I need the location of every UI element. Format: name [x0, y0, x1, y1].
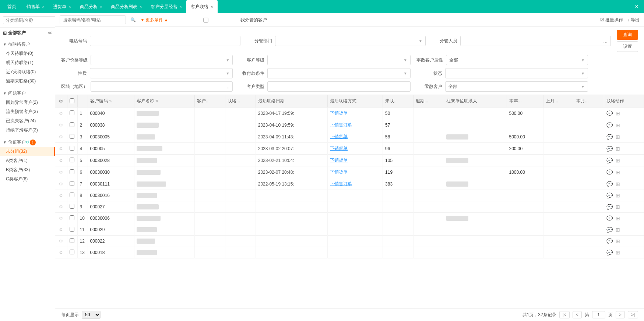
- last-method-link-3[interactable]: 下销货单: [330, 146, 348, 151]
- cell-last-method-6[interactable]: 下销售订单: [328, 178, 383, 190]
- grid-action-icon-6[interactable]: ⊞: [616, 181, 620, 187]
- tab-goods-analysis-close[interactable]: ×: [100, 4, 102, 9]
- cell-check-5[interactable]: [67, 166, 77, 178]
- nature-input[interactable]: ▼: [90, 68, 233, 78]
- col-contact[interactable]: 联络...: [225, 95, 256, 107]
- sidebar-item-declining[interactable]: 持续下滑客户(2): [0, 126, 55, 135]
- nav-tab-customer-tier[interactable]: 客户分层经营 ×: [147, 0, 186, 13]
- search-input[interactable]: [60, 15, 126, 24]
- tab-customer-contact-close[interactable]: ×: [211, 4, 213, 9]
- cell-last-method-1[interactable]: 下销售订单: [328, 119, 383, 131]
- row-checkbox-5[interactable]: [70, 169, 74, 174]
- chat-icon-10[interactable]: 💬: [606, 227, 613, 233]
- row-checkbox-7[interactable]: [70, 193, 74, 197]
- my-customers-checkbox[interactable]: 我分管的客户: [173, 17, 267, 23]
- my-customers-check[interactable]: [173, 18, 239, 22]
- nav-tab-sales[interactable]: 销售单 ×: [22, 0, 49, 13]
- col-this-year[interactable]: 本年...: [507, 95, 543, 107]
- tab-goods-analysis-list-close[interactable]: ×: [140, 4, 142, 9]
- grid-action-icon-10[interactable]: ⊞: [616, 227, 620, 233]
- col-company-contact[interactable]: 往来单位联系人: [444, 95, 507, 107]
- payment-input[interactable]: ▼: [267, 68, 410, 78]
- nav-tab-goods-analysis[interactable]: 商品分析 ×: [75, 0, 106, 13]
- sidebar-item-churn-warning[interactable]: 流失预警客户(3): [0, 107, 55, 116]
- col-overdue[interactable]: 逾期...: [413, 95, 444, 107]
- pending-group-title[interactable]: ▼ 待联络客户: [0, 40, 55, 49]
- chat-icon-11[interactable]: 💬: [606, 238, 613, 244]
- refresh-icon[interactable]: ↺: [26, 140, 29, 145]
- cell-check-8[interactable]: [67, 201, 77, 213]
- filter-search-icon[interactable]: 🔍: [130, 17, 136, 22]
- select-all-checkbox[interactable]: [70, 98, 74, 103]
- tab-purchase-close[interactable]: ×: [68, 4, 71, 9]
- manager-input[interactable]: ...: [460, 36, 611, 46]
- tab-customer-tier-close[interactable]: ×: [180, 4, 182, 9]
- cell-last-method-3[interactable]: 下销货单: [328, 143, 383, 155]
- region-input[interactable]: ...: [91, 81, 233, 92]
- sidebar-search-input[interactable]: [3, 16, 55, 24]
- more-conditions-btn[interactable]: ▼ 更多条件 ▲: [140, 17, 168, 23]
- query-button[interactable]: 查询: [617, 30, 638, 40]
- grid-action-icon-1[interactable]: ⊞: [616, 122, 620, 128]
- batch-ops-btn[interactable]: ☑ 批量操作: [600, 17, 623, 23]
- chat-icon-5[interactable]: 💬: [606, 169, 613, 175]
- row-checkbox-12[interactable]: [70, 250, 74, 254]
- row-checkbox-3[interactable]: [70, 146, 74, 151]
- cell-check-2[interactable]: [67, 131, 77, 143]
- col-settings[interactable]: ⚙: [55, 95, 67, 107]
- row-checkbox-11[interactable]: [70, 238, 74, 243]
- chat-icon-7[interactable]: 💬: [606, 193, 613, 198]
- col-this-month[interactable]: 本月...: [574, 95, 604, 107]
- sidebar-item-tomorrow-pending[interactable]: 明天待联络(1): [0, 58, 55, 67]
- grid-action-icon-11[interactable]: ⊞: [616, 238, 620, 244]
- tab-sales-close[interactable]: ×: [42, 4, 44, 9]
- chat-icon-6[interactable]: 💬: [606, 181, 613, 187]
- grid-action-icon-3[interactable]: ⊞: [616, 146, 620, 152]
- prev-page-btn[interactable]: <: [573, 311, 582, 318]
- cell-last-method-4[interactable]: 下销货单: [328, 155, 383, 166]
- chat-icon-1[interactable]: 💬: [606, 122, 613, 128]
- sidebar-item-churned[interactable]: 已流失客户(24): [0, 116, 55, 126]
- chat-icon-3[interactable]: 💬: [606, 146, 613, 152]
- row-checkbox-2[interactable]: [70, 134, 74, 139]
- sidebar-item-ungroup[interactable]: 未分组(32): [0, 147, 55, 156]
- page-number-input[interactable]: [592, 311, 605, 318]
- cell-last-method-5[interactable]: 下销货单: [328, 166, 383, 178]
- export-btn[interactable]: ↓ 导出: [627, 17, 640, 23]
- cell-check-1[interactable]: [67, 119, 77, 131]
- row-checkbox-6[interactable]: [70, 181, 74, 186]
- cell-check-0[interactable]: [67, 107, 77, 119]
- row-checkbox-10[interactable]: [70, 227, 74, 232]
- per-page-select[interactable]: 50 100 200: [82, 311, 101, 319]
- chat-icon-2[interactable]: 💬: [606, 134, 613, 140]
- sidebar-item-today-pending[interactable]: 今天待联络(0): [0, 49, 55, 58]
- sidebar-item-7days-pending[interactable]: 近7天待联络(0): [0, 67, 55, 77]
- col-last-date[interactable]: 最后联络日期: [256, 95, 328, 107]
- row-checkbox-1[interactable]: [70, 122, 74, 127]
- last-method-link-1[interactable]: 下销售订单: [330, 122, 352, 127]
- grid-action-icon-2[interactable]: ⊞: [616, 134, 620, 140]
- grid-action-icon-12[interactable]: ⊞: [616, 250, 620, 255]
- cell-check-6[interactable]: [67, 178, 77, 190]
- retail-attr-input[interactable]: 全部 ▼: [446, 55, 588, 65]
- sidebar-item-tier-a[interactable]: A类客户(1): [0, 156, 55, 165]
- grid-action-icon-9[interactable]: ⊞: [616, 215, 620, 221]
- col-last-month[interactable]: 上月...: [543, 95, 574, 107]
- next-page-btn[interactable]: >: [616, 311, 625, 318]
- col-customer-name[interactable]: 客户名称 ⇅: [134, 95, 195, 107]
- department-input[interactable]: ▼: [275, 36, 426, 46]
- row-checkbox-9[interactable]: [70, 215, 74, 220]
- chat-icon-0[interactable]: 💬: [606, 110, 613, 116]
- last-method-link-6[interactable]: 下销售订单: [330, 181, 352, 186]
- cell-last-method-2[interactable]: 下销货单: [328, 131, 383, 143]
- window-close-button[interactable]: ×: [632, 2, 641, 11]
- chat-icon-4[interactable]: 💬: [606, 158, 613, 163]
- cell-check-3[interactable]: [67, 143, 77, 155]
- nav-tab-customer-contact[interactable]: 客户联络 ×: [186, 0, 217, 13]
- last-method-link-5[interactable]: 下销货单: [330, 169, 348, 174]
- price-tier-input[interactable]: ▼: [91, 55, 233, 65]
- chat-icon-8[interactable]: 💬: [606, 204, 613, 210]
- reset-button[interactable]: 设置: [617, 41, 638, 52]
- grid-action-icon-8[interactable]: ⊞: [616, 204, 620, 210]
- last-page-btn[interactable]: >|: [628, 311, 638, 318]
